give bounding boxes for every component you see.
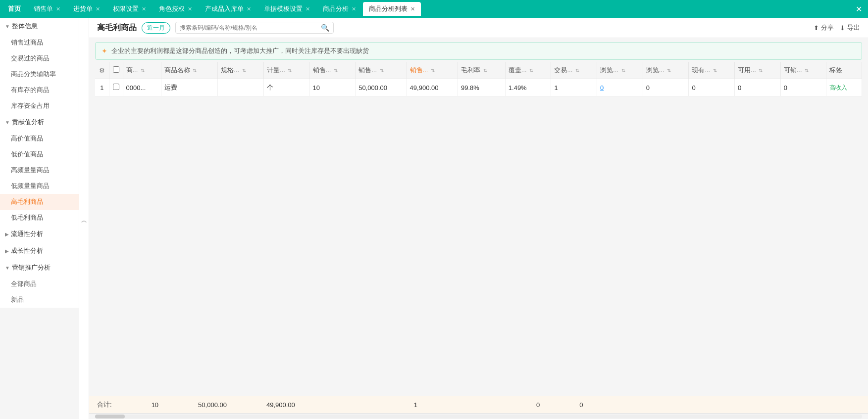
col-browse2-sort[interactable]: ⇅	[667, 68, 671, 73]
col-browse1-sort[interactable]: ⇅	[621, 68, 625, 73]
sidebar-group-marketing[interactable]: ▼ 营销推广分析	[0, 259, 79, 276]
col-transaction-sort[interactable]: ⇅	[575, 68, 579, 73]
cell-browse1[interactable]: 0	[597, 79, 643, 96]
tab-home[interactable]: 首页	[2, 2, 27, 16]
col-sales-amount-sort[interactable]: ⇅	[380, 68, 384, 73]
sidebar-collapse-button[interactable]: 《	[79, 18, 89, 419]
sidebar-item-high-freq[interactable]: 高频量量商品	[0, 162, 79, 178]
info-bar: ✦ 企业的主要的利润都是这部分商品创造的，可考虑加大推广，同时关注库存是不要出现…	[95, 42, 862, 60]
share-button[interactable]: ⬆ 分享	[814, 23, 834, 32]
tab-product-analysis-list-label: 商品分析列表	[369, 4, 408, 13]
sidebar-group-overall[interactable]: ▼ 整体信息	[0, 18, 79, 35]
cell-available-qty-value: 0	[738, 84, 741, 92]
sidebar-item-inventory-capital[interactable]: 库存资金占用	[0, 98, 79, 114]
sidebar-item-all-goods[interactable]: 全部商品	[0, 276, 79, 292]
tab-product-import[interactable]: 产成品入库单 ✕	[199, 2, 257, 16]
export-label: 导出	[847, 23, 860, 32]
sidebar-item-traded-goods[interactable]: 交易过的商品	[0, 50, 79, 66]
col-sales-profit-sort[interactable]: ⇅	[431, 68, 435, 73]
col-settings[interactable]: ⚙	[95, 62, 109, 79]
tab-purchase-label: 进货单	[73, 4, 93, 13]
col-tag-label: 标签	[829, 66, 842, 74]
select-all-checkbox[interactable]	[113, 66, 119, 73]
sidebar-item-inventory-capital-label: 库存资金占用	[11, 102, 50, 109]
sidebar-item-new-goods-label: 新品	[11, 296, 24, 303]
tab-product-analysis-list[interactable]: 商品分析列表 ✕	[363, 2, 421, 16]
sidebar-item-inventory-goods[interactable]: 有库存的商品	[0, 82, 79, 98]
sidebar-item-analysis-assist[interactable]: 商品分类辅助率	[0, 66, 79, 82]
sidebar-item-low-value[interactable]: 低价值商品	[0, 146, 79, 162]
col-checkbox[interactable]	[109, 62, 123, 79]
cell-browse1-value: 0	[600, 84, 604, 92]
date-filter-button[interactable]: 近一月	[142, 22, 170, 34]
tab-permission-close[interactable]: ✕	[142, 6, 146, 12]
sidebar-item-sales-goods[interactable]: 销售过商品	[0, 35, 79, 50]
close-all-tabs[interactable]: ✕	[852, 4, 866, 14]
col-name-label: 商品名称	[164, 66, 190, 74]
sidebar-item-high-value[interactable]: 高价值商品	[0, 131, 79, 146]
cell-sales-profit-value: 49,900.00	[410, 84, 439, 92]
col-unit-sort[interactable]: ⇅	[288, 68, 292, 73]
col-coverage-sort[interactable]: ⇅	[529, 68, 533, 73]
col-gross-margin: 毛利率 ⇅	[458, 62, 506, 79]
table-row: 1 0000... 运费 个	[95, 79, 862, 96]
col-sellable-qty-sort[interactable]: ⇅	[805, 68, 809, 73]
sidebar-group-growth[interactable]: ▶ 成长性分析	[0, 242, 79, 259]
col-current-qty-sort[interactable]: ⇅	[713, 68, 717, 73]
cell-sales-qty-value: 10	[313, 84, 320, 92]
sidebar-item-high-profit[interactable]: 高毛利商品	[0, 194, 79, 210]
tab-template[interactable]: 单据模板设置 ✕	[258, 2, 316, 16]
tab-template-close[interactable]: ✕	[306, 6, 310, 12]
tab-product-analysis-close[interactable]: ✕	[352, 6, 356, 12]
search-input[interactable]	[180, 24, 321, 31]
tab-product-analysis-list-close[interactable]: ✕	[410, 6, 415, 12]
sidebar-item-low-freq[interactable]: 低频量量商品	[0, 178, 79, 194]
col-sales-profit: 销售... ⇅	[407, 62, 458, 79]
cell-checkbox[interactable]	[109, 79, 123, 96]
col-sales-qty: 销售... ⇅	[309, 62, 356, 79]
cell-current-qty-value: 0	[692, 84, 695, 92]
sidebar-group-liquidity[interactable]: ▶ 流通性分析	[0, 226, 79, 242]
tab-roles[interactable]: 角色授权 ✕	[153, 2, 198, 16]
col-available-qty-sort[interactable]: ⇅	[759, 68, 763, 73]
horizontal-scrollbar[interactable]	[89, 413, 868, 419]
sidebar-group-overall-label: 整体信息	[12, 22, 38, 31]
tab-product-analysis[interactable]: 商品分析 ✕	[317, 2, 362, 16]
sidebar-item-new-goods[interactable]: 新品	[0, 292, 79, 308]
cell-name-value: 运费	[164, 84, 177, 91]
scrollbar-thumb[interactable]	[95, 415, 125, 419]
content-header: 高毛利商品 近一月 🔍 ⬆ 分享 ⬇ 导出	[89, 18, 868, 38]
footer-total: 合计: 10 50,000.00 49,900.00 1 0 0	[89, 396, 868, 413]
cell-sales-profit: 49,900.00	[407, 79, 458, 96]
sidebar-item-high-profit-label: 高毛利商品	[11, 198, 43, 205]
tab-purchase[interactable]: 进货单 ✕	[67, 2, 106, 16]
col-code-sort[interactable]: ⇅	[141, 68, 145, 73]
goods-table: ⚙ 商... ⇅ 商品名称 ⇅	[95, 62, 862, 96]
expand-arrow-growth: ▶	[5, 248, 9, 254]
tab-sales-close[interactable]: ✕	[56, 6, 60, 12]
tab-permission[interactable]: 权限设置 ✕	[107, 2, 152, 16]
search-icon[interactable]: 🔍	[321, 24, 329, 32]
col-sales-qty-sort[interactable]: ⇅	[334, 68, 338, 73]
sidebar-item-high-value-label: 高价值商品	[11, 135, 43, 142]
col-sellable-qty: 可销... ⇅	[780, 62, 826, 79]
sidebar-item-high-freq-label: 高频量量商品	[11, 166, 50, 174]
tab-product-import-close[interactable]: ✕	[247, 6, 251, 12]
tab-purchase-close[interactable]: ✕	[96, 6, 100, 12]
tab-roles-close[interactable]: ✕	[188, 6, 192, 12]
sidebar-group-contribution-label: 贡献值分析	[12, 118, 44, 127]
col-spec-sort[interactable]: ⇅	[242, 68, 246, 73]
row-checkbox[interactable]	[113, 84, 119, 90]
cell-name: 运费	[161, 79, 218, 96]
export-button[interactable]: ⬇ 导出	[840, 23, 860, 32]
sidebar-item-low-profit[interactable]: 低毛利商品	[0, 210, 79, 226]
col-browse2: 浏览... ⇅	[643, 62, 689, 79]
col-gross-margin-sort[interactable]: ⇅	[483, 68, 487, 73]
settings-icon[interactable]: ⚙	[99, 67, 105, 74]
col-gross-margin-label: 毛利率	[461, 66, 480, 74]
sidebar-group-contribution[interactable]: ▼ 贡献值分析	[0, 114, 79, 131]
tab-sales[interactable]: 销售单 ✕	[28, 2, 66, 16]
col-code: 商... ⇅	[123, 62, 161, 79]
expand-arrow-marketing: ▼	[5, 265, 10, 271]
col-name-sort[interactable]: ⇅	[193, 68, 197, 73]
